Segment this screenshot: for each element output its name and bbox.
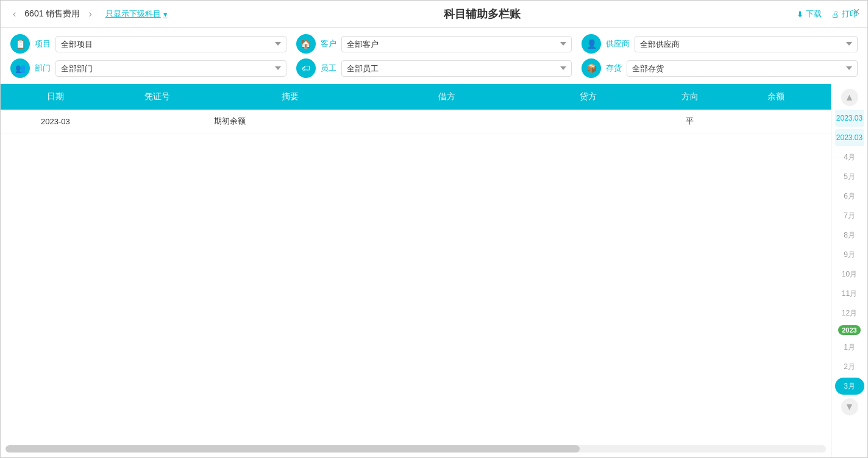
month-9[interactable]: 9月 bbox=[835, 246, 864, 263]
month-sidebar: ▲ 2023.03 2023.03 4月 5月 6月 7月 8月 9月 10月 … bbox=[831, 84, 867, 457]
month-10[interactable]: 10月 bbox=[835, 266, 864, 283]
col-voucher: 凭证号 bbox=[110, 84, 204, 110]
filter-row-1: 📋 项目 全部项目 🏠 客户 全部客户 👤 供应商 全部供应商 bbox=[10, 34, 858, 54]
year-badge: 2023 bbox=[838, 325, 860, 335]
month-6[interactable]: 6月 bbox=[835, 188, 864, 205]
col-summary: 摘要 bbox=[204, 84, 377, 110]
month-3-active[interactable]: 3月 bbox=[835, 378, 864, 395]
download-btn[interactable]: ⬇ 下载 bbox=[797, 9, 822, 19]
period-2023-03-a[interactable]: 2023.03 bbox=[835, 110, 864, 127]
period-2023-03-b[interactable]: 2023.03 bbox=[835, 129, 864, 146]
month-7[interactable]: 7月 bbox=[835, 207, 864, 224]
employee-select[interactable]: 全部员工 bbox=[341, 60, 572, 77]
dept-select[interactable]: 全部部门 bbox=[55, 60, 286, 77]
main-window: ‹ 6601 销售费用 › 只显示下级科目 ▾ 科目辅助多栏账 ⬇ 下载 🖨 打… bbox=[0, 0, 868, 458]
dept-label: 部门 bbox=[35, 63, 51, 74]
supplier-icon: 👤 bbox=[582, 34, 601, 54]
supplier-filter: 👤 供应商 全部供应商 bbox=[582, 34, 858, 54]
dept-icon: 👥 bbox=[10, 58, 30, 78]
col-date: 日期 bbox=[1, 84, 110, 110]
cell-credit bbox=[518, 110, 658, 133]
sidebar-down-btn[interactable]: ▼ bbox=[841, 398, 858, 415]
supplier-label: 供应商 bbox=[606, 38, 630, 49]
cell-direction: 平 bbox=[658, 110, 721, 133]
project-label: 项目 bbox=[35, 38, 51, 49]
cell-voucher bbox=[110, 110, 204, 133]
month-2[interactable]: 2月 bbox=[835, 358, 864, 375]
customer-icon: 🏠 bbox=[296, 34, 316, 54]
show-sub-filter[interactable]: 只显示下级科目 ▾ bbox=[105, 9, 168, 19]
col-credit: 贷方 bbox=[518, 84, 658, 110]
top-actions: ⬇ 下载 🖨 打印 bbox=[797, 9, 858, 19]
month-5[interactable]: 5月 bbox=[835, 168, 864, 185]
table-area: 日期 凭证号 摘要 借方 贷方 方向 余额 2023-03 期初余额 bbox=[1, 84, 831, 457]
table-body: 2023-03 期初余额 平 bbox=[1, 110, 831, 133]
top-bar: ‹ 6601 销售费用 › 只显示下级科目 ▾ 科目辅助多栏账 ⬇ 下载 🖨 打… bbox=[1, 1, 867, 28]
col-debit: 借方 bbox=[377, 84, 518, 110]
show-sub-label: 只显示下级科目 bbox=[105, 9, 161, 19]
sidebar-up-btn[interactable]: ▲ bbox=[841, 89, 858, 106]
month-1[interactable]: 1月 bbox=[835, 339, 864, 356]
employee-label: 员工 bbox=[321, 63, 336, 74]
download-icon: ⬇ bbox=[797, 10, 803, 19]
cell-date: 2023-03 bbox=[1, 110, 110, 133]
inventory-select[interactable]: 全部存货 bbox=[627, 60, 858, 77]
employee-filter: 🏷 员工 全部员工 bbox=[296, 58, 572, 78]
print-icon: 🖨 bbox=[831, 10, 839, 19]
col-balance: 余额 bbox=[721, 84, 831, 110]
project-filter: 📋 项目 全部项目 bbox=[10, 34, 286, 54]
next-account-btn[interactable]: › bbox=[86, 7, 94, 21]
cell-balance bbox=[721, 110, 831, 133]
ledger-table: 日期 凭证号 摘要 借方 贷方 方向 余额 2023-03 期初余额 bbox=[1, 84, 831, 133]
table-header-row: 日期 凭证号 摘要 借方 贷方 方向 余额 bbox=[1, 84, 831, 110]
inventory-filter: 📦 存货 全部存货 bbox=[582, 58, 858, 78]
filter-row-2: 👥 部门 全部部门 🏷 员工 全部员工 📦 存货 全部存货 bbox=[10, 58, 858, 78]
table-row: 2023-03 期初余额 平 bbox=[1, 110, 831, 133]
supplier-select[interactable]: 全部供应商 bbox=[635, 36, 858, 52]
prev-account-btn[interactable]: ‹ bbox=[10, 7, 18, 21]
chevron-down-icon: ▾ bbox=[163, 10, 168, 19]
customer-select[interactable]: 全部客户 bbox=[341, 36, 572, 52]
cell-debit bbox=[377, 110, 518, 133]
page-title: 科目辅助多栏账 bbox=[174, 7, 791, 21]
h-scrollbar-area bbox=[1, 443, 831, 457]
download-label: 下载 bbox=[806, 9, 822, 19]
inventory-label: 存货 bbox=[606, 63, 622, 74]
month-12[interactable]: 12月 bbox=[835, 305, 864, 322]
project-icon: 📋 bbox=[10, 34, 30, 54]
employee-icon: 🏷 bbox=[296, 58, 316, 78]
cell-summary: 期初余额 bbox=[204, 110, 377, 133]
account-code: 6601 销售费用 bbox=[24, 9, 80, 19]
customer-filter: 🏠 客户 全部客户 bbox=[296, 34, 572, 54]
h-scrollbar-track bbox=[5, 445, 826, 453]
month-8[interactable]: 8月 bbox=[835, 227, 864, 244]
customer-label: 客户 bbox=[321, 38, 336, 49]
filter-bar: 📋 项目 全部项目 🏠 客户 全部客户 👤 供应商 全部供应商 bbox=[1, 28, 867, 84]
dept-filter: 👥 部门 全部部门 bbox=[10, 58, 286, 78]
month-4[interactable]: 4月 bbox=[835, 149, 864, 166]
inventory-icon: 📦 bbox=[582, 58, 601, 78]
col-direction: 方向 bbox=[658, 84, 721, 110]
month-11[interactable]: 11月 bbox=[835, 285, 864, 302]
close-btn[interactable]: × bbox=[853, 5, 860, 18]
project-select[interactable]: 全部项目 bbox=[55, 36, 286, 52]
h-scrollbar-thumb[interactable] bbox=[5, 445, 580, 453]
main-area: 日期 凭证号 摘要 借方 贷方 方向 余额 2023-03 期初余额 bbox=[1, 84, 867, 457]
